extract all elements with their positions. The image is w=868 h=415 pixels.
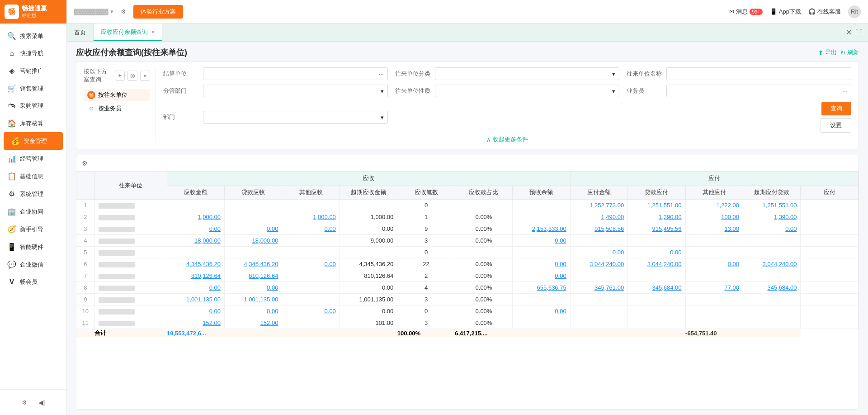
cell-row-num: 11: [76, 317, 94, 329]
collapse-btn[interactable]: ◀‖: [35, 395, 50, 410]
table-footer-row: 合计 19,553,472,6... 100.00% 6,417,215....…: [76, 329, 859, 338]
cell-overdue-receivable: 0.00: [340, 282, 397, 294]
add-scheme-btn[interactable]: +: [115, 71, 125, 81]
cell-payable-amount: [570, 294, 627, 305]
table-row: 3 0.00 0.00 0.00 0.00 9 0.00% 2,153,333.…: [76, 223, 859, 235]
search-button[interactable]: 查询: [821, 102, 851, 115]
export-label: 导出: [825, 48, 837, 57]
cell-loan-payable: 345,684.00: [628, 282, 685, 294]
cell-row-num: 3: [76, 223, 94, 235]
scheme-item-by-staff[interactable]: ⊙ 按业务员: [84, 103, 150, 114]
salesperson-dots: ···: [842, 88, 847, 95]
cell-loan-receivable: 0.00: [224, 223, 282, 235]
cell-prepaid-balance: 2,153,333.00: [513, 223, 570, 235]
cell-other-payable: [685, 270, 743, 282]
partner-category-select[interactable]: ▾: [435, 67, 620, 80]
sidebar-item-base-info[interactable]: 📋 基础信息: [0, 167, 66, 185]
user-avatar[interactable]: Rit: [848, 5, 861, 18]
tab-maximize-icon[interactable]: ⛶: [855, 29, 863, 37]
cell-overdue-receivable: 9,000.00: [340, 235, 397, 247]
scheme-label-staff: 按业务员: [98, 105, 122, 113]
company-selector[interactable]: ▓▓▓▓▓▓▓▓ ▾: [74, 8, 113, 15]
sidebar-logo: 畅 畅捷通赢 标准版: [0, 0, 66, 24]
tab-home[interactable]: 首页: [67, 24, 94, 41]
table-row: 10 0.00 0.00 0.00 0.00 0 0.00% 0.00: [76, 305, 859, 317]
cell-payable-extra: [801, 223, 859, 235]
cell-receivable-amount: 0.00: [167, 282, 224, 294]
tab-receivable[interactable]: 应收应付余额查询 ×: [94, 24, 162, 41]
form-row-department: 部门 ▾: [163, 102, 388, 133]
online-service-action[interactable]: 🎧 在线客服: [808, 8, 841, 16]
sidebar-item-wechat[interactable]: 💬 企业微信: [0, 256, 66, 273]
funds-icon: 💰: [11, 137, 20, 145]
setting-button[interactable]: 设置: [821, 118, 851, 133]
salesperson-input[interactable]: ···: [666, 85, 851, 97]
cell-receivable-count: 0: [397, 247, 455, 258]
tab-close-window-icon[interactable]: ✕: [846, 28, 852, 37]
sidebar-item-guide[interactable]: 🧭 新手引导: [0, 220, 66, 238]
gear-button[interactable]: ⚙: [117, 5, 130, 18]
cell-overdue-payable: [743, 294, 801, 305]
department-label: 部门: [163, 113, 199, 121]
sidebar-item-enterprise[interactable]: 🏢 企业协同: [0, 203, 66, 220]
partner-nature-label: 往来单位性质: [395, 87, 431, 95]
sidebar-item-funds[interactable]: 💰 资金管理: [4, 132, 63, 150]
table-settings-icon[interactable]: ⚙: [82, 160, 88, 167]
sidebar-item-system[interactable]: ⚙ 系统管理: [0, 185, 66, 203]
cell-payable-amount: [570, 270, 627, 282]
sidebar-item-label: 采购管理: [20, 102, 43, 110]
col-receivable-amount: 应收金额: [167, 186, 224, 200]
branch-dept-select[interactable]: ▾: [203, 85, 388, 97]
collapse-scheme-btn[interactable]: «: [140, 71, 150, 81]
sidebar-item-member[interactable]: V 畅会员: [0, 273, 66, 291]
col-other-payable: 其他应付: [685, 186, 743, 200]
partner-name-input[interactable]: [666, 67, 851, 80]
target-icon-btn[interactable]: ◎: [127, 71, 137, 81]
collapse-label: 收起更多条件: [493, 135, 528, 143]
sidebar-item-sales[interactable]: 🛒 销售管理: [0, 80, 66, 97]
cell-other-receivable: [282, 247, 340, 258]
settlement-input[interactable]: ···: [203, 67, 388, 80]
refresh-button[interactable]: ↻ 刷新: [840, 48, 859, 57]
trial-button[interactable]: 体验行业方案: [133, 5, 183, 19]
cell-overdue-receivable: 1,000.00: [340, 211, 397, 223]
scheme-list: 畅 按往来单位 ⊙ 按业务员: [84, 89, 150, 114]
cell-receivable-count: 0: [397, 200, 455, 211]
chevron-down-icon: ▾: [381, 114, 384, 121]
cell-overdue-payable: [743, 270, 801, 282]
sidebar-item-inventory[interactable]: 🏠 库存核算: [0, 114, 66, 132]
cell-partner-name: [94, 247, 167, 258]
app-download-icon: 📱: [770, 8, 777, 15]
department-select[interactable]: ▾: [203, 111, 388, 124]
header-left: ▓▓▓▓▓▓▓▓ ▾ ⚙ 体验行业方案: [74, 5, 724, 19]
salesperson-label: 业务员: [627, 87, 663, 95]
app-download-action[interactable]: 📱 App下载: [770, 8, 801, 16]
sidebar-item-quick-nav[interactable]: ⌂ 快捷导航: [0, 45, 66, 62]
cell-prepaid-balance: [513, 211, 570, 223]
cell-overdue-receivable: [340, 247, 397, 258]
cell-receivable-amount: 0.00: [167, 223, 224, 235]
cell-receivable-ratio: 0.00%: [455, 305, 512, 317]
cell-loan-receivable: 0.00: [224, 282, 282, 294]
collapse-more-btn[interactable]: ∧ 收起更多条件: [163, 133, 851, 143]
table-scroll-area[interactable]: 往来单位 应收 应付 应收金额 贷款应收 其他应收 超期应收金额 应收笔数 应收…: [76, 172, 859, 409]
cell-receivable-ratio: 0.00%: [455, 294, 512, 305]
messages-label: 消息: [736, 8, 748, 16]
tab-close-icon[interactable]: ×: [151, 29, 155, 35]
scheme-item-by-partner[interactable]: 畅 按往来单位: [84, 89, 150, 101]
form-row-partner-category: 往来单位分类 ▾: [395, 67, 620, 80]
sidebar-item-operations[interactable]: 📊 经营管理: [0, 150, 66, 167]
cell-receivable-amount: 0.00: [167, 305, 224, 317]
export-button[interactable]: ⬆ 导出: [818, 48, 837, 57]
sidebar-item-purchase[interactable]: 🛍 采购管理: [0, 97, 66, 114]
cell-other-payable: 13.00: [685, 223, 743, 235]
sidebar-item-marketing[interactable]: ◈ 营销推广: [0, 62, 66, 80]
settings-bottom-btn[interactable]: ⚙: [17, 395, 32, 410]
partner-nature-select[interactable]: ▾: [435, 85, 620, 97]
chevron-down-icon: ▾: [110, 8, 113, 15]
sidebar-item-search[interactable]: 🔍 搜索菜单: [0, 27, 66, 45]
cell-overdue-payable: [743, 305, 801, 317]
sidebar-item-smart-hw[interactable]: 📱 智能硬件: [0, 238, 66, 256]
messages-action[interactable]: ✉ 消息 99+: [729, 8, 763, 16]
col-other-receivable: 其他应收: [282, 186, 340, 200]
